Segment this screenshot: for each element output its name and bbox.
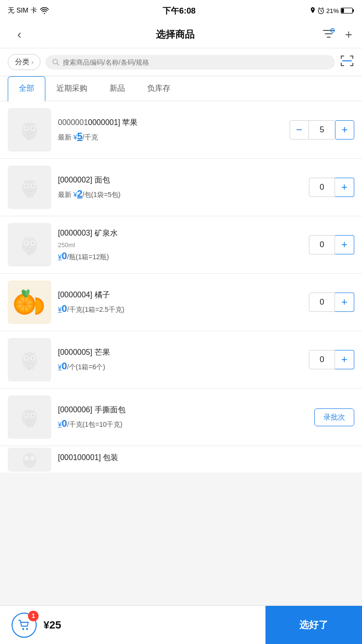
svg-rect-17 (352, 63, 353, 66)
svg-point-49 (25, 357, 27, 359)
product-image: 智十 (8, 108, 51, 152)
svg-rect-18 (342, 60, 352, 61)
product-price: ¥0/瓶(1箱=12瓶) (58, 251, 302, 262)
status-bar: 无 SIM 卡 下午6:08 21% (0, 0, 362, 21)
product-name: [0000005] 芒果 (58, 348, 302, 358)
product-price: ¥0/千克(1箱=2.5千克) (58, 303, 302, 314)
svg-rect-3 (341, 9, 344, 13)
product-info: [0000002] 面包 最新 ¥2/包(1袋=5包) (58, 175, 302, 199)
decrease-qty-button[interactable]: − (290, 120, 309, 140)
svg-text:智十: 智十 (27, 252, 34, 255)
tab-new[interactable]: 新品 (98, 76, 136, 101)
svg-text:智十: 智十 (27, 366, 34, 370)
status-left: 无 SIM 卡 (8, 6, 49, 15)
increase-qty-button[interactable]: + (335, 293, 354, 312)
quantity-input[interactable] (309, 293, 335, 312)
product-controls: 录批次 (314, 408, 354, 426)
product-image (8, 448, 51, 472)
search-input[interactable] (63, 58, 328, 66)
product-spec: 250ml (58, 241, 302, 249)
quantity-input[interactable] (309, 235, 335, 254)
svg-point-52 (22, 409, 37, 426)
product-controls: + (309, 293, 354, 312)
cart-badge: 1 (28, 611, 39, 621)
svg-point-60 (30, 456, 35, 460)
svg-point-55 (25, 414, 27, 417)
cart-area: 1 ¥25 (0, 613, 265, 638)
battery-percent: 21% (326, 7, 339, 14)
svg-rect-6 (327, 37, 331, 38)
product-item-partial: [000100001] 包装 (0, 446, 362, 473)
page-title: 选择商品 (156, 28, 195, 41)
add-product-button[interactable]: + (345, 27, 352, 42)
cart-icon-wrapper[interactable]: 1 (12, 613, 37, 638)
quantity-input[interactable] (309, 120, 335, 140)
product-item: 智十 [0000005] 芒果 ¥0/个(1箱=6个) + (0, 331, 362, 389)
tab-recent[interactable]: 近期采购 (45, 76, 98, 101)
tab-negative[interactable]: 负库存 (136, 76, 181, 101)
product-image: 智十 (8, 223, 51, 266)
product-list: 智十 00000010000001] 苹果 最新 ¥5/千克 − + (0, 101, 362, 473)
quantity-input[interactable] (309, 178, 335, 197)
product-info: [0000004] 橘子 ¥0/千克(1箱=2.5千克) (58, 290, 302, 314)
svg-point-62 (26, 628, 28, 630)
product-info: [0000005] 芒果 ¥0/个(1箱=6个) (58, 348, 302, 372)
product-name: 00000010000001] 苹果 (58, 118, 283, 128)
product-name: [0000006] 手撕面包 (58, 405, 307, 415)
svg-point-22 (25, 127, 27, 129)
svg-point-28 (25, 184, 27, 187)
product-name: [0000004] 橘子 (58, 290, 302, 300)
product-name: [0000002] 面包 (58, 175, 302, 185)
increase-qty-button[interactable]: + (335, 235, 354, 254)
tab-bar: 全部 近期采购 新品 负库存 (0, 76, 362, 101)
increase-qty-button[interactable]: + (335, 178, 354, 197)
product-price: 最新 ¥5/千克 (58, 131, 283, 142)
product-item: 智十 00000010000001] 苹果 最新 ¥5/千克 − + (0, 101, 362, 159)
cart-total: ¥25 (43, 619, 61, 631)
product-price: ¥0/个(1箱=6个) (58, 361, 302, 372)
scan-icon[interactable] (340, 55, 354, 70)
record-batch-button[interactable]: 录批次 (314, 408, 354, 426)
category-button[interactable]: 分类 › (8, 54, 41, 70)
product-item: 智十 [0000006] 手撕面包 ¥0/千克(1包=10千克) 录批次 (0, 389, 362, 446)
wifi-icon (40, 7, 49, 14)
product-controls: + (309, 235, 354, 254)
svg-point-46 (22, 352, 37, 369)
product-item: [0000004] 橘子 ¥0/千克(1箱=2.5千克) + (0, 274, 362, 331)
product-name: [000100001] 包装 (58, 453, 354, 463)
product-name: [0000003] 矿泉水 (58, 228, 302, 238)
search-icon (52, 58, 59, 66)
svg-rect-15 (341, 63, 342, 66)
svg-text:!: ! (332, 29, 333, 32)
battery-icon (341, 7, 354, 14)
alarm-icon (318, 7, 324, 14)
tab-all[interactable]: 全部 (8, 76, 45, 101)
svg-point-50 (31, 357, 34, 359)
svg-rect-11 (341, 56, 342, 59)
product-controls: − + (290, 120, 354, 140)
owl-logo: 智十 (17, 117, 42, 142)
quantity-input[interactable] (309, 350, 335, 369)
orange-illustration (10, 283, 49, 322)
svg-point-29 (31, 184, 34, 187)
svg-point-58 (23, 453, 36, 468)
back-button[interactable]: ‹ (10, 25, 29, 44)
increase-qty-button[interactable]: + (335, 350, 354, 369)
product-controls: + (309, 178, 354, 197)
cart-icon (18, 619, 30, 631)
svg-text:智十: 智十 (27, 194, 34, 198)
svg-point-31 (22, 237, 37, 254)
bottom-bar: 1 ¥25 选好了 (0, 605, 362, 644)
svg-point-35 (31, 242, 34, 244)
product-image: 智十 (8, 166, 51, 209)
filter-icon[interactable]: ! (322, 28, 335, 42)
increase-qty-button[interactable]: + (335, 120, 354, 140)
confirm-button[interactable]: 选好了 (265, 606, 362, 644)
svg-rect-5 (325, 33, 333, 34)
product-info: [0000006] 手撕面包 ¥0/千克(1包=10千克) (58, 405, 307, 429)
svg-point-25 (22, 180, 37, 196)
sim-status: 无 SIM 卡 (8, 6, 37, 15)
product-controls: + (309, 350, 354, 369)
product-info: [0000003] 矿泉水 250ml ¥0/瓶(1箱=12瓶) (58, 228, 302, 262)
owl-logo: 智十 (17, 232, 42, 257)
